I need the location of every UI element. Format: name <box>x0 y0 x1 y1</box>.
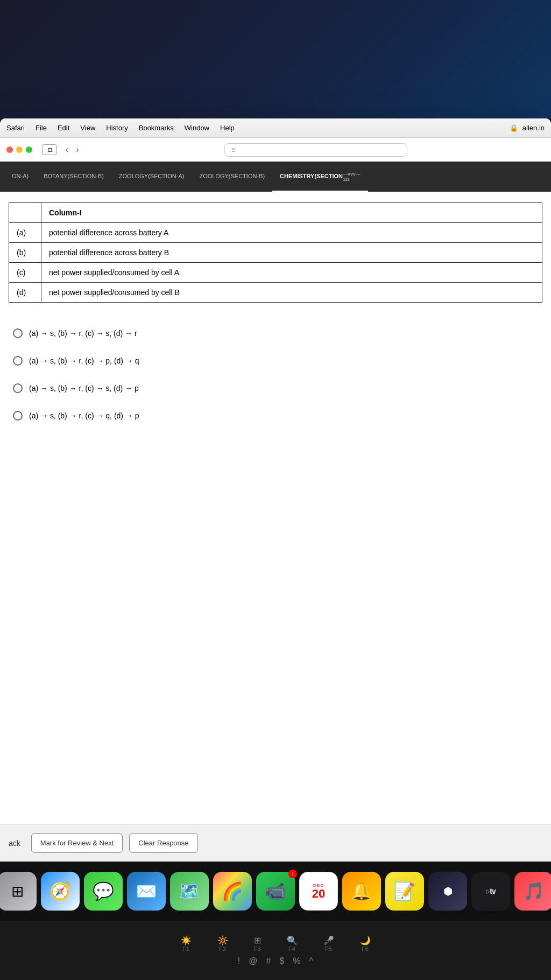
match-table: Column-I (a) potential difference across… <box>9 202 542 303</box>
key-caret: ^ <box>309 956 314 966</box>
back-button[interactable]: ‹ <box>62 144 72 156</box>
menu-file[interactable]: File <box>36 124 47 132</box>
option-4[interactable]: (a) → s, (b) → r, (c) → q, (d) → p <box>9 402 542 430</box>
table-key-b: (b) <box>9 243 41 263</box>
radio-1[interactable] <box>13 328 23 338</box>
radio-4[interactable] <box>13 411 23 421</box>
menu-bar: Safari File Edit View History Bookmarks … <box>0 118 551 138</box>
option-1-text: (a) → s, (b) → r, (c) → s, (d) → r <box>29 329 137 338</box>
fn-key-f2: 🔆 F2 <box>217 935 228 952</box>
menu-help[interactable]: Help <box>220 124 235 132</box>
notification-badge: ! <box>288 870 297 878</box>
option-2[interactable]: (a) → s, (b) → r, (c) → p, (d) → q <box>9 347 542 375</box>
key-exclaim: ! <box>238 956 240 966</box>
option-3-text: (a) → s, (b) → r, (c) → s, (d) → p <box>29 384 139 393</box>
safari-toolbar: ⊡ ‹ › ≡ <box>0 138 551 162</box>
radio-2[interactable] <box>13 356 23 366</box>
reader-icon: ≡ <box>231 146 236 154</box>
key-dollar: $ <box>279 956 284 966</box>
table-row: (a) potential difference across battery … <box>9 223 542 243</box>
table-key-c: (c) <box>9 263 41 283</box>
tab-zoology-a[interactable]: ZOOLOGY(SECTION-A) <box>111 162 192 192</box>
fn-keys-row: ☀️ F1 🔆 F2 ⊞ F3 🔍 F4 🎤 F5 🌙 F6 <box>181 935 371 952</box>
dock-mail[interactable]: ✉️ <box>127 872 166 911</box>
mark-review-button[interactable]: Mark for Review & Next <box>31 833 123 853</box>
table-value-d: net power supplied/consumed by cell B <box>41 283 542 303</box>
tab-zoology-b[interactable]: ZOOLOGY(SECTION-B) <box>192 162 272 192</box>
menu-safari[interactable]: Safari <box>6 124 25 132</box>
tab-physics-a[interactable]: ON-A) <box>4 162 36 192</box>
menu-view[interactable]: View <box>80 124 95 132</box>
address-bar-area: ≡ <box>88 143 545 157</box>
table-key-d: (d) <box>9 283 41 303</box>
calendar-date: 20 <box>312 888 325 900</box>
keyboard-area: ☀️ F1 🔆 F2 ⊞ F3 🔍 F4 🎤 F5 🌙 F6 <box>0 921 551 980</box>
sidebar-button[interactable]: ⊡ <box>42 144 57 155</box>
dock-notes[interactable]: 📝 <box>385 872 424 911</box>
scroll-content[interactable]: Column-I (a) potential difference across… <box>0 192 551 824</box>
option-4-text: (a) → s, (b) → r, (c) → q, (d) → p <box>29 411 139 420</box>
address-bar[interactable]: ≡ <box>224 143 407 157</box>
fn-key-f6: 🌙 F6 <box>360 935 371 952</box>
table-value-b: potential difference across battery B <box>41 243 542 263</box>
menu-edit[interactable]: Edit <box>58 124 69 132</box>
main-keys-row: ! @ # $ % ^ <box>238 956 313 966</box>
tab-bar: ON-A) BOTANY(SECTION-B) ZOOLOGY(SECTION-… <box>0 162 551 192</box>
dock-facetime[interactable]: 📹 ! <box>256 872 295 911</box>
dock-maps[interactable]: 🗺️ <box>170 872 209 911</box>
clear-response-button[interactable]: Clear Response <box>129 833 197 853</box>
option-2-text: (a) → s, (b) → r, (c) → p, (d) → q <box>29 356 139 365</box>
dock-safari[interactable]: 🧭 <box>41 872 80 911</box>
fn-key-f5: 🎤 F5 <box>323 935 334 952</box>
desktop-background <box>0 0 551 118</box>
question-content: Column-I (a) potential difference across… <box>0 192 551 445</box>
table-col0-header <box>9 203 41 223</box>
domain-name: allen.in <box>522 124 545 132</box>
table-value-a: potential difference across battery A <box>41 223 542 243</box>
table-col1-header: Column-I <box>41 203 542 223</box>
dock-cursorpro[interactable]: ⬢ <box>428 872 467 911</box>
fn-key-f1: ☀️ F1 <box>181 935 192 952</box>
options-area: (a) → s, (b) → r, (c) → s, (d) → r (a) →… <box>9 316 542 434</box>
fullscreen-button[interactable] <box>26 146 32 153</box>
lock-icon: 🔒 <box>510 124 518 132</box>
fn-key-f4: 🔍 F4 <box>287 935 298 952</box>
bottom-bar: ack Mark for Review & Next Clear Respons… <box>0 824 551 862</box>
traffic-lights <box>6 146 32 153</box>
key-at: @ <box>249 956 257 966</box>
dock-music[interactable]: 🎵 <box>514 872 551 911</box>
fn-key-f3: ⊞ F3 <box>254 935 261 952</box>
table-row: (d) net power supplied/consumed by cell … <box>9 283 542 303</box>
forward-button[interactable]: › <box>73 144 82 156</box>
dock-photos[interactable]: 🌈 <box>213 872 252 911</box>
dock-launchpad[interactable]: ⊞ <box>0 872 37 911</box>
dock-calendar[interactable]: DEC 20 <box>299 872 338 911</box>
dock-appletv[interactable]: ▷tv <box>471 872 510 911</box>
menu-history[interactable]: History <box>106 124 128 132</box>
safari-content: ON-A) BOTANY(SECTION-B) ZOOLOGY(SECTION-… <box>0 162 551 862</box>
dock-apps: 🔵 ⊞ 🧭 💬 ✉️ 🗺️ 🌈 📹 ! DEC 20 🔔 📝 ⬢ ▷tv 🎵 📱 <box>0 862 551 921</box>
minimize-button[interactable] <box>16 146 23 153</box>
option-1[interactable]: (a) → s, (b) → r, (c) → s, (d) → r <box>9 320 542 347</box>
table-row: (b) potential difference across battery … <box>9 243 542 263</box>
menu-window[interactable]: Window <box>185 124 209 132</box>
dock-reminders[interactable]: 🔔 <box>342 872 381 911</box>
close-button[interactable] <box>6 146 13 153</box>
dock-messages[interactable]: 💬 <box>84 872 123 911</box>
table-row: (c) net power supplied/consumed by cell … <box>9 263 542 283</box>
tab-chemistry[interactable]: CHEMISTRY(SECTION ―vvv―1Ω <box>272 162 368 192</box>
table-key-a: (a) <box>9 223 41 243</box>
key-hash: # <box>266 956 271 966</box>
key-percent: % <box>293 956 300 966</box>
dock: 🔵 ⊞ 🧭 💬 ✉️ 🗺️ 🌈 📹 ! DEC 20 🔔 📝 ⬢ ▷tv 🎵 📱… <box>0 862 551 980</box>
back-label: ack <box>9 839 20 848</box>
radio-3[interactable] <box>13 383 23 393</box>
safari-window: Safari File Edit View History Bookmarks … <box>0 118 551 862</box>
option-3[interactable]: (a) → s, (b) → r, (c) → s, (d) → p <box>9 375 542 402</box>
tab-botany-b[interactable]: BOTANY(SECTION-B) <box>36 162 111 192</box>
table-value-c: net power supplied/consumed by cell A <box>41 263 542 283</box>
menu-bookmarks[interactable]: Bookmarks <box>139 124 174 132</box>
